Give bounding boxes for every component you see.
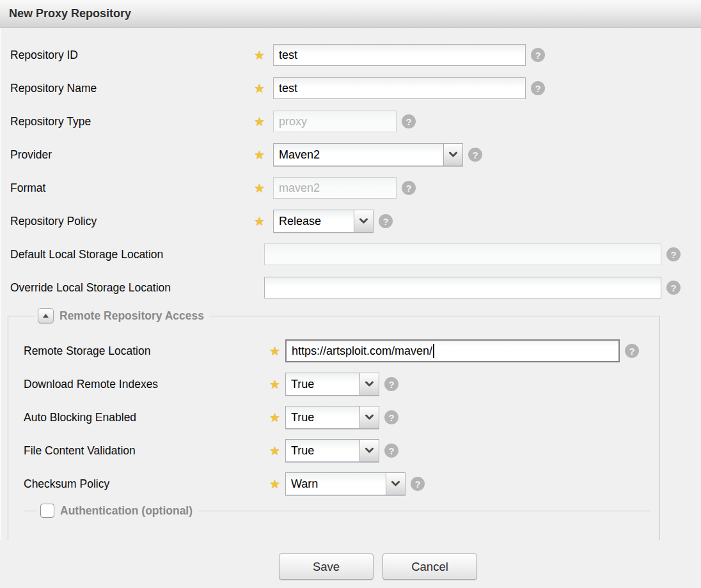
file-content-validation-selected-value: True <box>286 440 359 461</box>
download-remote-indexes-select[interactable]: True <box>285 373 379 396</box>
checksum-policy-select[interactable]: Warn <box>285 472 406 495</box>
default-local-storage-row: Default Local Storage Location ? <box>1 238 701 271</box>
collapse-section-button[interactable] <box>38 308 54 323</box>
new-proxy-repository-panel: New Proxy Repository Repository ID ★ ? R… <box>0 0 701 588</box>
help-icon[interactable]: ? <box>379 214 393 228</box>
remote-storage-location-label: Remote Storage Location <box>24 344 269 358</box>
help-icon[interactable]: ? <box>666 281 681 295</box>
required-star-icon: ★ <box>254 149 265 161</box>
form-area: Repository ID ★ ? Repository Name ★ ? Re… <box>0 28 701 540</box>
default-local-storage-input <box>264 244 661 265</box>
repository-id-input[interactable] <box>273 44 526 66</box>
auto-blocking-enabled-selected-value: True <box>286 406 359 428</box>
required-star-icon: ★ <box>254 49 265 61</box>
chevron-down-icon[interactable] <box>359 440 379 461</box>
override-local-storage-row: Override Local Storage Location ? <box>1 271 701 304</box>
repository-policy-select[interactable]: Release <box>273 210 374 233</box>
chevron-down-icon[interactable] <box>354 210 373 232</box>
provider-label: Provider <box>10 148 254 162</box>
auto-blocking-enabled-row: Auto Blocking Enabled ★ True ? <box>24 401 659 434</box>
required-star-icon: ★ <box>254 82 265 95</box>
remote-repository-access-legend: Remote Repository Access <box>35 308 209 323</box>
help-icon[interactable]: ? <box>402 181 416 195</box>
format-label: Format <box>10 182 254 195</box>
text-caret <box>433 344 434 358</box>
save-button[interactable]: Save <box>279 553 374 580</box>
section-title: Remote Repository Access <box>59 309 204 323</box>
checksum-policy-label: Checksum Policy <box>24 477 269 491</box>
format-row: Format ★ ? <box>1 171 701 205</box>
chevron-down-icon[interactable] <box>359 373 379 395</box>
provider-select[interactable]: Maven2 <box>273 143 463 166</box>
help-icon[interactable]: ? <box>384 377 398 391</box>
required-star-icon: ★ <box>269 445 280 457</box>
checksum-policy-selected-value: Warn <box>286 473 386 495</box>
repository-policy-row: Repository Policy ★ Release ? <box>1 205 701 238</box>
required-star-icon: ★ <box>269 345 280 357</box>
auto-blocking-enabled-label: Auto Blocking Enabled <box>24 411 269 424</box>
file-content-validation-select[interactable]: True <box>285 439 379 462</box>
help-icon[interactable]: ? <box>468 148 482 162</box>
chevron-down-icon[interactable] <box>359 406 379 428</box>
help-icon[interactable]: ? <box>625 344 639 358</box>
authentication-checkbox[interactable] <box>40 504 54 518</box>
override-local-storage-input[interactable] <box>264 277 661 298</box>
repository-name-row: Repository Name ★ ? <box>1 72 701 105</box>
repository-id-row: Repository ID ★ ? <box>1 38 701 72</box>
repository-type-row: Repository Type ★ ? <box>1 105 701 138</box>
override-local-storage-label: Override Local Storage Location <box>10 281 254 295</box>
provider-selected-value: Maven2 <box>274 144 443 166</box>
remote-storage-location-row: Remote Storage Location ★ https://artspl… <box>24 334 659 368</box>
section-title: Authentication (optional) <box>60 504 193 518</box>
remote-storage-location-input[interactable]: https://artsploit.com/maven/ <box>285 339 620 362</box>
triangle-up-icon <box>42 313 49 318</box>
default-local-storage-label: Default Local Storage Location <box>10 248 254 261</box>
repository-name-label: Repository Name <box>10 82 254 95</box>
required-star-icon: ★ <box>254 215 265 228</box>
panel-title: New Proxy Repository <box>0 0 701 28</box>
repository-policy-label: Repository Policy <box>10 215 254 228</box>
repository-name-input[interactable] <box>273 77 526 99</box>
auto-blocking-enabled-select[interactable]: True <box>285 406 379 429</box>
help-icon[interactable]: ? <box>402 114 416 128</box>
download-remote-indexes-label: Download Remote Indexes <box>24 378 269 391</box>
remote-repository-access-section: Remote Repository Access Remote Storage … <box>8 308 660 540</box>
help-icon[interactable]: ? <box>531 81 545 95</box>
repository-id-label: Repository ID <box>10 49 254 62</box>
required-star-icon: ★ <box>254 116 265 128</box>
authentication-section: Authentication (optional) <box>24 504 650 518</box>
format-input <box>273 177 397 199</box>
help-icon[interactable]: ? <box>666 247 681 261</box>
download-remote-indexes-row: Download Remote Indexes ★ True ? <box>24 368 659 401</box>
required-star-icon: ★ <box>254 182 265 194</box>
download-remote-indexes-selected-value: True <box>286 373 359 395</box>
footer-bar: Save Cancel <box>0 540 701 588</box>
checksum-policy-row: Checksum Policy ★ Warn ? <box>24 467 659 500</box>
remote-storage-location-value: https://artsploit.com/maven/ <box>292 344 432 358</box>
authentication-legend: Authentication (optional) <box>36 504 198 518</box>
help-icon[interactable]: ? <box>384 410 398 424</box>
file-content-validation-row: File Content Validation ★ True ? <box>24 434 659 467</box>
provider-row: Provider ★ Maven2 ? <box>1 138 701 171</box>
file-content-validation-label: File Content Validation <box>24 444 269 458</box>
required-star-icon: ★ <box>269 478 280 490</box>
chevron-down-icon[interactable] <box>443 144 462 166</box>
required-star-icon: ★ <box>269 412 280 424</box>
chevron-down-icon[interactable] <box>386 473 405 495</box>
required-star-icon: ★ <box>269 378 280 391</box>
repository-type-label: Repository Type <box>10 115 254 128</box>
repository-policy-selected-value: Release <box>274 210 354 232</box>
help-icon[interactable]: ? <box>384 444 398 458</box>
repository-type-input <box>273 111 397 132</box>
help-icon[interactable]: ? <box>531 48 545 62</box>
help-icon[interactable]: ? <box>411 477 425 491</box>
cancel-button[interactable]: Cancel <box>382 553 477 580</box>
